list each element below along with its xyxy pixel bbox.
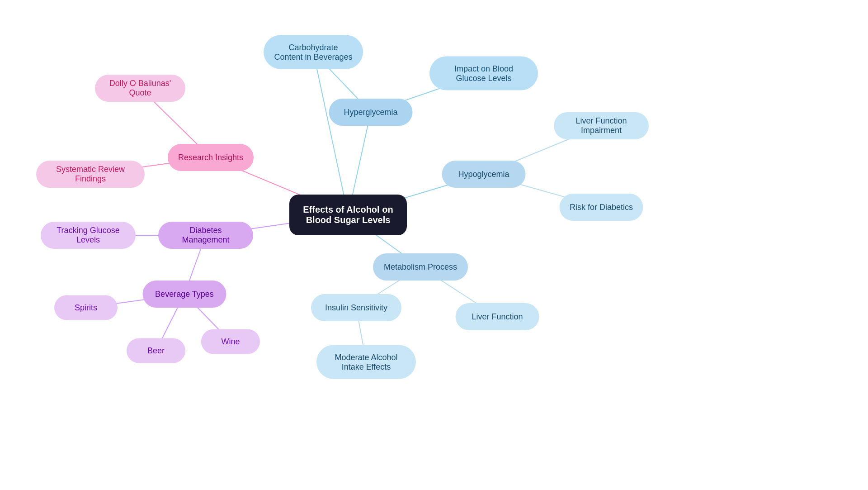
node-wine[interactable]: Wine xyxy=(201,329,260,354)
node-tracking-glucose[interactable]: Tracking Glucose Levels xyxy=(41,222,136,249)
svg-line-0 xyxy=(313,52,348,215)
node-systematic-review[interactable]: Systematic Review Findings xyxy=(36,161,145,188)
node-risk-diabetics[interactable]: Risk for Diabetics xyxy=(560,194,643,221)
node-carbohydrate[interactable]: Carbohydrate Content in Beverages xyxy=(264,35,363,69)
node-moderate-alcohol[interactable]: Moderate Alcohol Intake Effects xyxy=(316,345,416,379)
node-beer[interactable]: Beer xyxy=(127,338,185,363)
node-liver-impairment[interactable]: Liver Function Impairment xyxy=(554,112,649,139)
node-impact-glucose[interactable]: Impact on Blood Glucose Levels xyxy=(429,57,538,90)
mind-map: Effects of Alcohol on Blood Sugar Levels… xyxy=(0,0,868,490)
center-node[interactable]: Effects of Alcohol on Blood Sugar Levels xyxy=(289,195,407,235)
node-diabetes-mgmt[interactable]: Diabetes Management xyxy=(158,222,253,249)
node-beverage-types[interactable]: Beverage Types xyxy=(143,281,226,308)
node-metabolism[interactable]: Metabolism Process xyxy=(373,253,468,281)
node-hypoglycemia[interactable]: Hypoglycemia xyxy=(442,161,526,188)
node-insulin-sensitivity[interactable]: Insulin Sensitivity xyxy=(311,294,401,321)
node-spirits[interactable]: Spirits xyxy=(54,295,118,320)
node-research-insights[interactable]: Research Insights xyxy=(168,144,254,171)
node-hyperglycemia[interactable]: Hyperglycemia xyxy=(329,99,413,126)
node-liver-function[interactable]: Liver Function xyxy=(456,303,539,330)
node-dolly-quote[interactable]: Dolly O Baliunas' Quote xyxy=(95,75,185,102)
